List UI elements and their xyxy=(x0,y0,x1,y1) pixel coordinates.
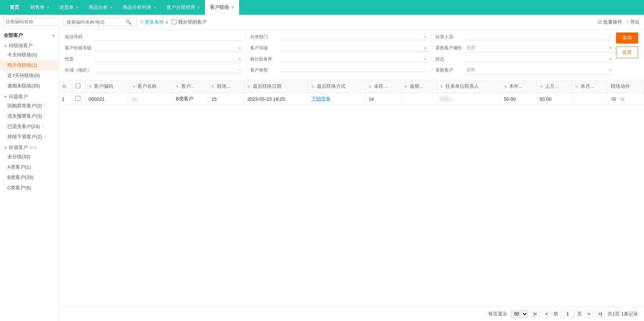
nav-item-sales[interactable]: 销售单 × xyxy=(25,0,54,15)
sidebar-item-overdue[interactable]: 逾期未联络(30) xyxy=(0,81,59,91)
filter-select-customer-type[interactable] xyxy=(280,69,428,72)
sidebar-item-class-b[interactable]: B类客户(33) xyxy=(0,172,59,183)
export-button[interactable]: ↑ 导出 xyxy=(627,19,640,25)
edit-icon[interactable]: ✎ xyxy=(34,145,37,150)
sidebar-search-input[interactable] xyxy=(3,18,59,26)
filter-select-dept[interactable]: ∨ xyxy=(280,34,428,40)
close-icon[interactable]: × xyxy=(47,5,49,10)
sidebar-group-problem[interactable]: 问题客户 xyxy=(0,91,59,101)
cell-last-contact-date: 2023-05-23 18:25: xyxy=(244,93,308,105)
filter-cell-payment: 收付款条件 ∨ xyxy=(250,56,428,62)
sidebar-item-class-c[interactable]: C类客户(6) xyxy=(0,183,59,193)
top-navigation: 首页 销售单 × 进货单 × 商品分析 × 商品分析列表 × 客户分层经营 × … xyxy=(0,0,644,15)
more-icon: ··· xyxy=(609,35,612,39)
nav-item-customer-contact[interactable]: 客户联络 × xyxy=(205,0,239,15)
next-page-button[interactable]: > xyxy=(585,310,593,318)
sidebar-item-overdue-label: 逾期未联络(30) xyxy=(7,83,40,89)
filter-select-price-level[interactable]: ∨ xyxy=(94,45,242,51)
page-input[interactable] xyxy=(561,310,574,318)
cell-contact-count: 15 xyxy=(209,93,244,105)
search-input[interactable] xyxy=(67,20,126,25)
sidebar-item-at-risk[interactable]: 流失预警客户(3) ? xyxy=(0,111,59,121)
prev-page-button[interactable]: < xyxy=(543,310,550,318)
nav-sales-label: 销售单 xyxy=(30,4,45,11)
close-icon[interactable]: × xyxy=(110,5,112,10)
sidebar-item-declining[interactable]: 持续下滑客户(2) ? xyxy=(0,132,59,142)
refresh-icon[interactable]: ↻ xyxy=(29,145,33,150)
chevron-down-icon: ∨ xyxy=(609,46,612,50)
main-layout: 🔍 全部客户 « 待联络客户 今天待联络(0) 明天待联络(1) 近7天待联络(… xyxy=(0,15,644,321)
col-last-contact-date: ⇅ 最后联络日期 xyxy=(244,80,308,93)
filter-select-level[interactable]: ∨ xyxy=(280,45,428,51)
sidebar-group-pending[interactable]: 待联络客户 xyxy=(0,40,59,50)
filter-row-3: 性质 ∨ 收付款条件 ∨ xyxy=(65,55,613,63)
sidebar-item-today[interactable]: 今天待联络(0) xyxy=(0,50,59,60)
sidebar-item-7days[interactable]: 近7天待联络(0) xyxy=(0,70,59,81)
cell-last-month: 50.00 xyxy=(536,93,572,105)
filter-cell-level: 客户等级 ∨ xyxy=(250,45,428,51)
filter-input-phone[interactable] xyxy=(94,33,242,41)
help-icon[interactable]: ? xyxy=(43,135,46,139)
filter-select-payment[interactable]: ∨ xyxy=(280,56,428,62)
collapse-icon[interactable]: « xyxy=(52,33,55,38)
export-icon: ↑ xyxy=(627,19,629,25)
table-footer: 每页显示 50 |< < 第 页 > >| 共1页 1条记录 xyxy=(59,307,644,321)
sidebar-group-value[interactable]: 价值客户 ↻ ✎ xyxy=(0,142,59,152)
help-icon[interactable]: ? xyxy=(43,104,46,108)
my-customers-checkbox[interactable] xyxy=(172,20,176,24)
select-all-checkbox[interactable] xyxy=(76,83,80,88)
filter-cell-manager: 分管人员 ··· xyxy=(435,34,613,40)
row-checkbox[interactable] xyxy=(76,96,80,101)
filter-label-payment: 收付款条件 xyxy=(250,56,280,62)
col-customer-name-label: 客户名称 xyxy=(137,83,157,89)
help-icon[interactable]: ? xyxy=(43,114,46,118)
set-button[interactable]: 设置 xyxy=(616,46,638,58)
more-icon: ··· xyxy=(238,68,241,72)
nav-customer-contact-label: 客户联络 xyxy=(210,4,229,11)
last-page-button[interactable]: >| xyxy=(596,310,605,318)
action-icon-1[interactable]: ☎ xyxy=(611,96,617,102)
filter-select-region[interactable]: ··· xyxy=(94,67,242,73)
search-icon[interactable]: 🔍 xyxy=(126,19,132,25)
filter-select-nature[interactable]: ∨ xyxy=(94,56,242,62)
sidebar-group-problem-label: 问题客户 xyxy=(9,93,28,100)
filter-select-manager[interactable]: ··· xyxy=(465,34,613,40)
nav-item-product-list[interactable]: 商品分析列表 × xyxy=(118,0,161,15)
close-icon[interactable]: × xyxy=(197,5,200,10)
filter-select-retail-attr-value: 全部 xyxy=(466,45,475,51)
col-not-contacted-label: 未联... xyxy=(374,83,388,89)
action-icon-2[interactable]: ⊞ xyxy=(620,96,624,102)
batch-button[interactable]: ☑ 批量操作 xyxy=(598,19,622,25)
close-icon[interactable]: × xyxy=(154,5,156,10)
sidebar-item-lost[interactable]: 已流失客户(24) ? xyxy=(0,121,59,132)
cell-checkbox xyxy=(72,93,85,105)
chevron-down-icon: ∨ xyxy=(238,46,241,50)
nav-home[interactable]: 首页 xyxy=(4,0,25,15)
help-icon[interactable]: ? xyxy=(41,124,43,129)
page-size-select[interactable]: 50 xyxy=(510,310,528,318)
sort-icon: ⇅ xyxy=(176,84,179,89)
sidebar-item-ungrouped[interactable]: 未分组(32) xyxy=(0,152,59,162)
sidebar-item-abnormal[interactable]: 回购异常客户(2) ? xyxy=(0,101,59,111)
last-contact-method-link[interactable]: 下销货单 xyxy=(311,96,330,101)
sidebar-item-tomorrow[interactable]: 明天待联络(1) xyxy=(0,60,59,70)
settings-icon[interactable]: ⚙ xyxy=(62,83,67,89)
sidebar-item-ungrouped-label: 未分组(32) xyxy=(7,153,30,160)
my-customers-text: 我分管的客户 xyxy=(178,19,207,25)
nav-item-purchase[interactable]: 进货单 × xyxy=(54,0,83,15)
query-button[interactable]: 查询 xyxy=(616,32,638,44)
filter-select-status[interactable]: ∨ xyxy=(465,56,613,62)
sidebar-all-customers[interactable]: 全部客户 « xyxy=(0,29,59,40)
toolbar-right: ☑ 批量操作 ↑ 导出 xyxy=(598,19,640,25)
filter-select-retail[interactable]: 全部 ∨ xyxy=(465,66,613,75)
close-icon[interactable]: × xyxy=(231,5,234,10)
filter-select-retail-value: 全部 xyxy=(466,67,475,73)
first-page-button[interactable]: |< xyxy=(531,310,540,318)
filter-select-retail-attr[interactable]: 全部 ∨ xyxy=(465,44,613,52)
nav-item-customer-segment[interactable]: 客户分层经营 × xyxy=(161,0,205,15)
filter-button[interactable]: ▽ 更多条件 ∧ xyxy=(140,19,169,25)
close-icon[interactable]: × xyxy=(76,5,78,10)
total-label: 共1页 1条记录 xyxy=(608,311,638,317)
nav-item-product-analysis[interactable]: 商品分析 × xyxy=(84,0,118,15)
sidebar-item-class-a[interactable]: A类客户(1) xyxy=(0,162,59,172)
